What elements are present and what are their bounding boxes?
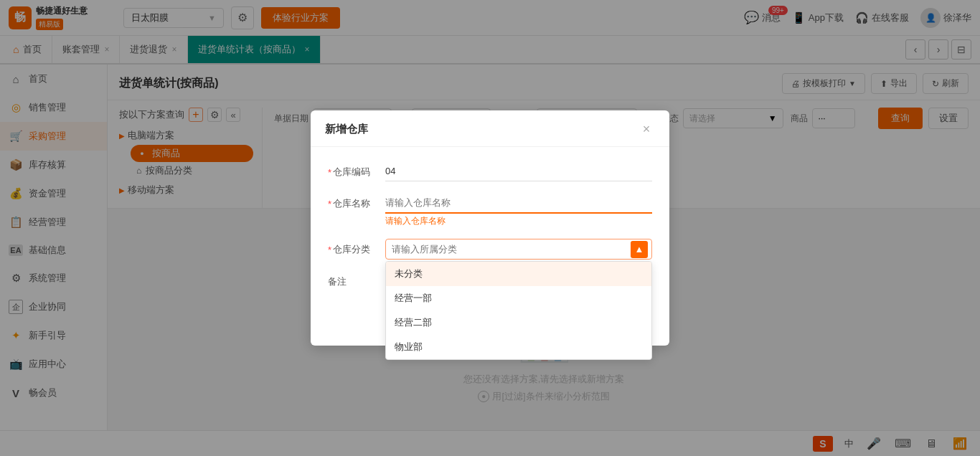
note-label: 备注 <box>328 271 385 288</box>
category-option-ops2[interactable]: 经营二部 <box>386 310 651 335</box>
modal-header: 新增仓库 × <box>311 110 669 147</box>
add-warehouse-modal: 新增仓库 × * 仓库编码 * 仓库名称 <box>311 110 669 346</box>
category-input[interactable] <box>385 239 652 260</box>
required-star: * <box>328 167 331 178</box>
category-option-ops1[interactable]: 经营一部 <box>386 286 651 310</box>
category-dropdown-toggle[interactable]: ▲ <box>631 241 648 258</box>
modal-body: * 仓库编码 * 仓库名称 请输入仓库名称 <box>311 147 669 304</box>
category-control: ▲ 未分类 经营一部 经营二部 物业部 <box>385 239 652 260</box>
category-dropdown-list: 未分类 经营一部 经营二部 物业部 <box>385 261 652 360</box>
name-control: 请输入仓库名称 <box>385 193 652 227</box>
form-row-name: * 仓库名称 请输入仓库名称 <box>328 193 652 227</box>
name-label: * 仓库名称 <box>328 193 385 210</box>
form-row-category: * 仓库分类 ▲ 未分类 经营一部 经营二部 物业部 <box>328 239 652 260</box>
required-star-3: * <box>328 244 331 255</box>
category-option-none[interactable]: 未分类 <box>386 262 651 286</box>
form-row-code: * 仓库编码 <box>328 161 652 181</box>
category-label: * 仓库分类 <box>328 239 385 256</box>
required-star-2: * <box>328 199 331 209</box>
code-label: * 仓库编码 <box>328 161 385 179</box>
modal-close-button[interactable]: × <box>638 120 655 138</box>
code-input[interactable] <box>385 161 652 181</box>
category-select-wrap: ▲ <box>385 239 652 260</box>
name-input[interactable] <box>385 193 652 214</box>
name-error-msg: 请输入仓库名称 <box>385 215 652 227</box>
code-control <box>385 161 652 181</box>
category-option-property[interactable]: 物业部 <box>386 335 651 359</box>
modal-overlay[interactable]: 新增仓库 × * 仓库编码 * 仓库名称 <box>0 0 980 456</box>
modal-title: 新增仓库 <box>325 123 368 136</box>
